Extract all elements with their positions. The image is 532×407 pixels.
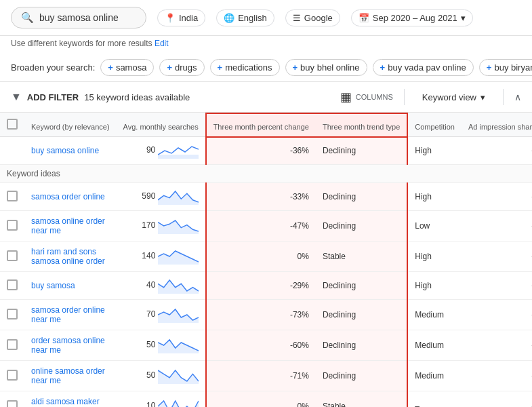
header-checkbox-col bbox=[0, 113, 24, 137]
keyword-idea-row: hari ram and sons samosa online order 14… bbox=[0, 241, 532, 272]
columns-icon: ▦ bbox=[340, 90, 352, 104]
main-keyword-link[interactable]: buy samosa online bbox=[31, 146, 99, 155]
svg-rect-0 bbox=[158, 155, 199, 159]
sparkline bbox=[158, 218, 199, 234]
svg-marker-7 bbox=[158, 370, 199, 384]
edit-row: Use different keywords for more results … bbox=[0, 36, 532, 54]
keyword-idea-link[interactable]: samosa order online near me bbox=[31, 305, 105, 324]
language-icon: 🌐 bbox=[224, 13, 234, 23]
broaden-chip-buy-vada[interactable]: + buy vada pav online bbox=[373, 59, 474, 76]
sparkline-main bbox=[158, 142, 199, 159]
keyword-table: Keyword (by relevance) Avg. monthly sear… bbox=[0, 113, 532, 407]
chevron-down-icon: ▾ bbox=[480, 92, 485, 102]
search-bar: 🔍 buy samosa online 📍 India 🌐 English ☰ … bbox=[0, 0, 532, 36]
sparkline bbox=[158, 398, 199, 407]
keyword-idea-row: samosa order online 590 -33% Declining H… bbox=[0, 183, 532, 211]
svg-marker-2 bbox=[158, 220, 199, 234]
broaden-chip-samosa[interactable]: + samosa bbox=[100, 59, 154, 76]
header-avg-monthly: Avg. monthly searches bbox=[117, 113, 206, 137]
edit-link[interactable]: Edit bbox=[155, 39, 169, 48]
keyword-table-container: Keyword (by relevance) Avg. monthly sear… bbox=[0, 113, 532, 407]
plus-icon: + bbox=[218, 62, 223, 73]
plus-icon: + bbox=[380, 62, 386, 73]
plus-icon: + bbox=[108, 62, 113, 73]
row-checkbox[interactable] bbox=[7, 220, 18, 231]
row-checkbox[interactable] bbox=[7, 339, 18, 350]
keyword-idea-row: aldi samosa maker buy online 10 0% Stabl… bbox=[0, 391, 532, 408]
broaden-row: Broaden your search: + samosa + drugs + … bbox=[0, 54, 532, 82]
columns-button[interactable]: ▦ COLUMNS bbox=[340, 90, 393, 104]
broaden-chip-drugs[interactable]: + drugs bbox=[159, 59, 204, 76]
row-checkbox[interactable] bbox=[7, 370, 18, 381]
keyword-view-button[interactable]: Keyword view ▾ bbox=[415, 90, 492, 105]
header-three-month-trend: Three month trend type bbox=[316, 113, 407, 137]
plus-icon: + bbox=[487, 62, 492, 73]
keyword-idea-row: online samosa order near me 50 -71% Decl… bbox=[0, 361, 532, 391]
calendar-icon: 📅 bbox=[359, 13, 369, 23]
keyword-idea-row: buy samosa 40 -29% Declining High – ₹1.5… bbox=[0, 272, 532, 300]
chevron-down-icon: ▾ bbox=[461, 13, 466, 23]
search-icon: 🔍 bbox=[21, 12, 34, 24]
search-box[interactable]: 🔍 buy samosa online bbox=[11, 7, 146, 28]
language-filter[interactable]: 🌐 English bbox=[216, 9, 274, 26]
location-filter[interactable]: 📍 India bbox=[157, 9, 205, 26]
date-filter[interactable]: 📅 Sep 2020 – Aug 2021 ▾ bbox=[351, 9, 473, 26]
broaden-chip-buy-bhel[interactable]: + buy bhel online bbox=[285, 59, 367, 76]
svg-marker-3 bbox=[158, 251, 199, 265]
toolbar-divider2 bbox=[503, 89, 504, 105]
sparkline bbox=[158, 248, 199, 265]
keyword-idea-link[interactable]: buy samosa bbox=[31, 281, 75, 290]
location-icon: 📍 bbox=[165, 13, 176, 23]
broaden-chip-buy-biryani[interactable]: + buy biryani online bbox=[479, 59, 532, 76]
keyword-count: 15 keyword ideas available bbox=[84, 92, 335, 102]
network-icon: ☰ bbox=[293, 13, 301, 23]
keyword-idea-link[interactable]: samosa order online bbox=[31, 192, 105, 201]
plus-icon: + bbox=[293, 62, 298, 73]
row-checkbox[interactable] bbox=[7, 279, 18, 290]
filter-funnel-icon: ▼ bbox=[11, 91, 22, 103]
sparkline bbox=[158, 307, 199, 323]
row-checkbox[interactable] bbox=[7, 400, 18, 408]
keyword-idea-row: samosa order online near me 70 -73% Decl… bbox=[0, 300, 532, 330]
svg-marker-5 bbox=[158, 309, 199, 323]
select-all-checkbox[interactable] bbox=[7, 119, 18, 130]
collapse-button[interactable]: ∧ bbox=[514, 92, 521, 102]
sparkline bbox=[158, 277, 199, 294]
toolbar: ▼ ADD FILTER 15 keyword ideas available … bbox=[0, 82, 532, 113]
header-keyword: Keyword (by relevance) bbox=[24, 113, 117, 137]
broaden-label: Broaden your search: bbox=[11, 62, 95, 73]
sparkline bbox=[158, 368, 199, 384]
keyword-ideas-group-row: Keyword ideas bbox=[0, 165, 532, 183]
keyword-idea-link[interactable]: samosa online order near me bbox=[31, 216, 105, 235]
sparkline bbox=[158, 189, 199, 205]
keyword-idea-link[interactable]: online samosa order near me bbox=[31, 366, 105, 385]
keyword-idea-link[interactable]: aldi samosa maker buy online bbox=[31, 397, 100, 407]
add-filter-button[interactable]: ADD FILTER bbox=[27, 92, 79, 102]
keyword-idea-link[interactable]: order samosa online near me bbox=[31, 336, 105, 355]
broaden-chip-medications[interactable]: + medications bbox=[210, 59, 280, 76]
keyword-idea-row: order samosa online near me 50 -60% Decl… bbox=[0, 330, 532, 361]
row-checkbox[interactable] bbox=[7, 250, 18, 261]
row-checkbox[interactable] bbox=[7, 191, 18, 201]
plus-icon: + bbox=[167, 62, 172, 73]
svg-marker-6 bbox=[158, 340, 199, 353]
toolbar-divider bbox=[404, 89, 405, 105]
row-checkbox[interactable] bbox=[7, 309, 18, 319]
svg-marker-1 bbox=[158, 191, 199, 205]
network-filter[interactable]: ☰ Google bbox=[285, 9, 340, 26]
header-ad-impression: Ad impression share bbox=[462, 113, 532, 137]
sparkline bbox=[158, 337, 199, 353]
keyword-idea-row: samosa online order near me 170 -47% Dec… bbox=[0, 211, 532, 241]
main-keyword-row: buy samosa online 90 -36% Declining High… bbox=[0, 137, 532, 165]
header-competition: Competition bbox=[407, 113, 462, 137]
search-query: buy samosa online bbox=[39, 12, 119, 23]
header-three-month-pct: Three month percent change bbox=[206, 113, 316, 137]
keyword-idea-link[interactable]: hari ram and sons samosa online order bbox=[31, 247, 105, 266]
